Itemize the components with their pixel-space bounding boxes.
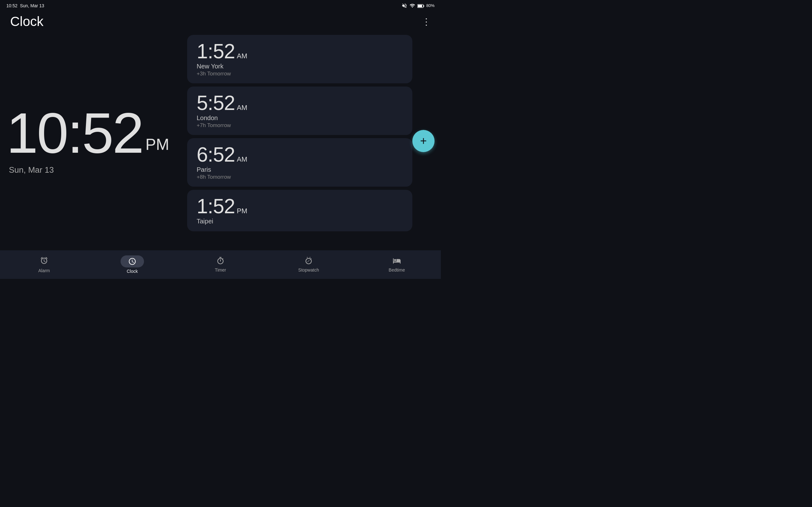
add-clock-button[interactable]: + (412, 130, 435, 152)
clock-ampm-1: AM (237, 104, 247, 112)
app-title: Clock (10, 14, 44, 29)
clock-offset-1: +7h Tomorrow (197, 122, 403, 129)
local-time-display: 10:52 PM (6, 107, 169, 159)
timer-icon (216, 257, 224, 266)
nav-item-bedtime[interactable]: Bedtime (353, 254, 441, 275)
clock-ampm-0: AM (237, 52, 247, 60)
clock-active-bg (120, 256, 144, 268)
alarm-icon (40, 257, 48, 267)
clock-ampm-2: AM (237, 155, 247, 164)
battery-icon (417, 4, 424, 8)
nav-item-clock[interactable]: Clock (88, 253, 176, 276)
clock-ampm-3: PM (237, 207, 247, 215)
clock-label: Clock (126, 269, 138, 274)
clock-time-0: 1:52 AM (197, 41, 403, 61)
clock-time-1: 5:52 AM (197, 93, 403, 113)
world-clocks-panel: 1:52 AM New York +3h Tomorrow 5:52 AM Lo… (187, 35, 415, 250)
clock-time-2: 6:52 AM (197, 145, 403, 165)
status-bar-left: 10:52 Sun, Mar 13 (6, 3, 44, 8)
local-clock-panel: 10:52 PM Sun, Mar 13 (0, 32, 190, 250)
nav-item-timer[interactable]: Timer (176, 254, 264, 275)
add-icon: + (420, 135, 426, 147)
status-date: Sun, Mar 13 (20, 3, 44, 8)
local-date: Sun, Mar 13 (9, 165, 54, 175)
clock-city-0: New York (197, 63, 403, 70)
nav-item-alarm[interactable]: Alarm (0, 254, 88, 276)
wifi-icon (409, 3, 415, 9)
mute-icon (402, 3, 407, 9)
app-header: Clock ⋮ (0, 11, 441, 32)
clock-city-3: Taipei (197, 218, 403, 225)
status-bar-right: 80% (402, 3, 435, 9)
clock-digits-1: 5:52 (197, 93, 235, 113)
bottom-navigation: Alarm Clock Timer Stopwatch (0, 250, 441, 279)
world-clock-card-0: 1:52 AM New York +3h Tomorrow (187, 35, 412, 83)
alarm-label: Alarm (38, 268, 50, 273)
clock-city-1: London (197, 114, 403, 122)
local-time-digits: 10:52 (6, 107, 143, 159)
bedtime-icon (393, 257, 401, 266)
world-clock-card-3: 1:52 PM Taipei (187, 190, 412, 231)
more-options-button[interactable]: ⋮ (422, 16, 431, 27)
timer-label: Timer (215, 268, 226, 273)
main-content: 10:52 PM Sun, Mar 13 1:52 AM New York +3… (0, 32, 441, 250)
world-clock-card-2: 6:52 AM Paris +8h Tomorrow (187, 138, 412, 187)
clock-digits-2: 6:52 (197, 145, 235, 165)
clock-city-2: Paris (197, 166, 403, 173)
clock-offset-0: +3h Tomorrow (197, 71, 403, 77)
clock-icon (128, 257, 136, 266)
status-bar: 10:52 Sun, Mar 13 80% (0, 0, 441, 11)
world-clock-card-1: 5:52 AM London +7h Tomorrow (187, 87, 412, 135)
stopwatch-icon (305, 257, 313, 266)
nav-item-stopwatch[interactable]: Stopwatch (264, 254, 353, 275)
stopwatch-label: Stopwatch (298, 268, 319, 273)
status-time: 10:52 (6, 3, 17, 8)
clock-digits-3: 1:52 (197, 196, 235, 216)
bedtime-label: Bedtime (389, 268, 405, 273)
svg-rect-2 (418, 5, 422, 7)
clock-time-3: 1:52 PM (197, 196, 403, 216)
svg-rect-1 (423, 5, 424, 7)
clock-offset-2: +8h Tomorrow (197, 174, 403, 180)
local-time-ampm: PM (145, 136, 169, 153)
clock-digits-0: 1:52 (197, 41, 235, 61)
battery-level: 80% (417, 3, 435, 8)
